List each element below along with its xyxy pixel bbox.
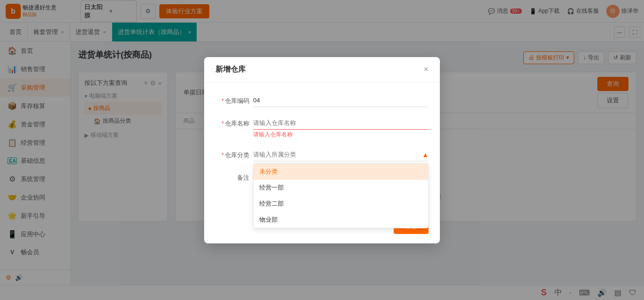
- dialog-title: 新增仓库: [215, 65, 246, 75]
- dialog: 新增仓库 × 仓库编码 仓库名称 请输入仓库名称 仓库分类: [204, 57, 440, 243]
- note-label: 备注: [215, 171, 253, 182]
- dropdown-item-dept3[interactable]: 物业部: [254, 212, 428, 228]
- code-label: 仓库编码: [215, 94, 253, 105]
- name-row: 仓库名称 请输入仓库名称: [215, 117, 429, 139]
- overlay: 新增仓库 × 仓库编码 仓库名称 请输入仓库名称 仓库分类: [0, 0, 644, 300]
- dialog-body: 仓库编码 仓库名称 请输入仓库名称 仓库分类 ▲: [204, 83, 440, 213]
- dropdown-item-dept1[interactable]: 经营一部: [254, 180, 428, 196]
- dropdown-item-dept2[interactable]: 经营二部: [254, 196, 428, 212]
- category-dropdown: 未分类 经营一部 经营二部 物业部: [253, 163, 429, 228]
- code-input[interactable]: [253, 94, 429, 107]
- name-error-message: 请输入仓库名称: [253, 131, 429, 139]
- name-label: 仓库名称: [215, 117, 253, 128]
- dialog-close-button[interactable]: ×: [423, 65, 429, 74]
- category-arrow-icon[interactable]: ▲: [422, 151, 429, 158]
- dropdown-item-uncategorized[interactable]: 未分类: [254, 164, 428, 180]
- code-row: 仓库编码: [215, 94, 429, 107]
- dialog-header: 新增仓库 ×: [204, 57, 440, 83]
- name-input[interactable]: [253, 117, 429, 130]
- category-control: ▲ 未分类 经营一部 经营二部 物业部: [253, 148, 429, 161]
- category-input[interactable]: [253, 148, 429, 161]
- category-row: 仓库分类 ▲ 未分类 经营一部 经营二部 物业部: [215, 148, 429, 161]
- code-control: [253, 94, 429, 107]
- name-control: 请输入仓库名称: [253, 117, 429, 139]
- category-label: 仓库分类: [215, 148, 253, 159]
